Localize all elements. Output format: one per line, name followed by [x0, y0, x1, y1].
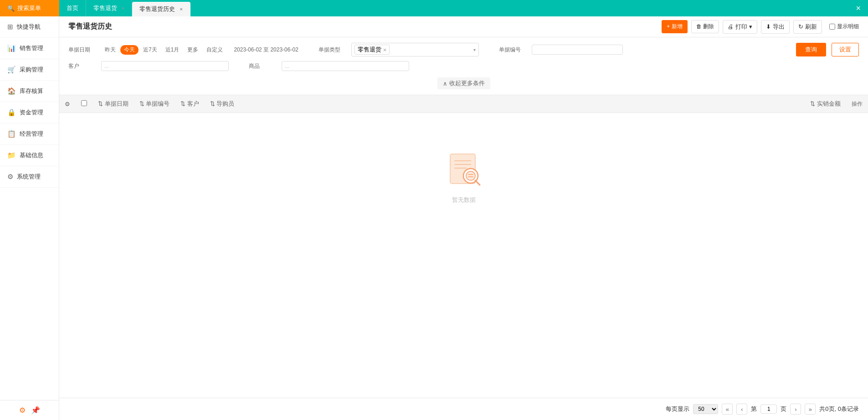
page-number-input[interactable]: [760, 405, 777, 414]
quick-nav-icon: ⊞: [7, 23, 13, 31]
prev-page-btn[interactable]: ‹: [736, 404, 747, 415]
date-shortcut-1month[interactable]: 近1月: [162, 45, 183, 55]
bill-type-tag: 零售退货 ×: [354, 45, 390, 55]
col-date-label: ⇅ 单据日期: [98, 100, 128, 107]
sidebar-footer: ⚙ 📌: [0, 400, 59, 420]
window-close-btn[interactable]: ×: [848, 4, 868, 13]
bill-no-input[interactable]: [532, 45, 623, 55]
date-shortcuts: 昨天 今天 近7天 近1月 更多 自定义: [101, 45, 226, 55]
refresh-button[interactable]: ↻ 刷新: [793, 20, 822, 34]
search-area[interactable]: 🔍 搜索菜单: [0, 0, 59, 16]
tab-retail-return-label: 零售退货: [93, 4, 117, 12]
per-page-select[interactable]: 10 20 50 100: [693, 404, 718, 414]
bill-type-select[interactable]: 零售退货 × ▾: [351, 43, 479, 56]
sidebar-item-sales-label: 销售管理: [20, 44, 43, 52]
empty-row: 暂无数据: [59, 113, 868, 241]
sidebar-settings-btn[interactable]: ⚙: [19, 406, 26, 415]
tab-retail-return-history[interactable]: 零售退货历史 ×: [132, 2, 190, 16]
sidebar-item-finance[interactable]: 🔒 资金管理: [0, 102, 59, 123]
sales-icon: 📊: [7, 44, 16, 52]
svg-line-6: [475, 180, 480, 185]
finance-icon: 🔒: [7, 108, 16, 117]
goods-label: 商品: [249, 62, 276, 70]
print-dropdown-icon: ▾: [749, 23, 752, 30]
sidebar-item-finance-label: 资金管理: [20, 108, 43, 117]
col-bill-no[interactable]: ⇅ 单据编号: [134, 95, 175, 113]
settings-button[interactable]: 设置: [832, 43, 859, 56]
data-table: ⚙ ⇅ 单据日期 ⇅ 单据编号 ⇅ 客户: [59, 95, 868, 241]
date-range-display: 2023-06-02 至 2023-06-02: [234, 46, 298, 54]
sidebar: ⊞ 快捷导航 📊 销售管理 🛒 采购管理 🏠 库存核算 🔒 资金管理 📋 经营管…: [0, 16, 59, 420]
new-button[interactable]: + 新增: [662, 20, 687, 33]
bill-type-label: 单据类型: [318, 46, 346, 54]
query-button[interactable]: 查询: [796, 43, 826, 56]
first-page-btn[interactable]: «: [722, 404, 733, 415]
col-amount[interactable]: ⇅ 实销金额: [805, 95, 846, 113]
bill-type-tag-remove[interactable]: ×: [383, 46, 387, 53]
customer-select[interactable]: ...: [101, 61, 229, 71]
goods-placeholder: ...: [285, 63, 289, 69]
sidebar-item-basic-info[interactable]: 📁 基础信息: [0, 145, 59, 166]
tab-retail-return-history-label: 零售退货历史: [139, 5, 175, 13]
show-detail-checkbox[interactable]: [829, 24, 835, 30]
page-suffix: 页: [781, 405, 786, 413]
print-button[interactable]: 🖨 打印 ▾: [723, 20, 757, 34]
first-page-icon: «: [726, 406, 729, 413]
col-customer[interactable]: ⇅ 客户: [175, 95, 205, 113]
date-shortcut-yesterday[interactable]: 昨天: [101, 45, 119, 55]
empty-illustration: [441, 149, 487, 190]
main-layout: ⊞ 快捷导航 📊 销售管理 🛒 采购管理 🏠 库存核算 🔒 资金管理 📋 经营管…: [0, 16, 868, 420]
filter-row-1: 单据日期 昨天 今天 近7天 近1月 更多 自定义 2023-06-02 至 2…: [68, 43, 859, 56]
search-icon: 🔍: [7, 5, 15, 12]
delete-button[interactable]: 🗑 删除: [691, 20, 719, 33]
tab-retail-return-close[interactable]: ×: [122, 5, 124, 11]
empty-cell: 暂无数据: [59, 113, 868, 241]
inventory-icon: 🏠: [7, 87, 16, 95]
search-label: 搜索菜单: [17, 4, 41, 12]
page-label: 第: [751, 405, 757, 413]
gear-icon[interactable]: ⚙: [65, 101, 70, 108]
date-shortcut-custom[interactable]: 自定义: [203, 45, 226, 55]
empty-text: 暂无数据: [452, 196, 476, 204]
goods-select[interactable]: ...: [282, 61, 409, 71]
tab-retail-return-history-close[interactable]: ×: [180, 6, 182, 12]
sidebar-item-operation[interactable]: 📋 经营管理: [0, 123, 59, 145]
date-shortcut-7days[interactable]: 近7天: [139, 45, 161, 55]
sidebar-item-sales[interactable]: 📊 销售管理: [0, 38, 59, 59]
tab-home-label: 首页: [67, 4, 78, 12]
col-gear[interactable]: ⚙: [59, 95, 76, 113]
sidebar-item-system[interactable]: ⚙ 系统管理: [0, 166, 59, 188]
col-guide[interactable]: ⇅ 导购员: [205, 95, 240, 113]
sidebar-item-purchase[interactable]: 🛒 采购管理: [0, 59, 59, 81]
show-detail-label[interactable]: 显示明细: [837, 23, 859, 31]
col-amount-label: ⇅ 实销金额: [810, 100, 841, 107]
table-wrap: ⚙ ⇅ 单据日期 ⇅ 单据编号 ⇅ 客户: [59, 95, 868, 398]
next-page-btn[interactable]: ›: [790, 404, 801, 415]
total-text: 共0页, 0条记录: [819, 405, 859, 413]
content-area: 零售退货历史 + 新增 🗑 删除 🖨 打印 ▾ ⬇ 导出 ↻ 刷新: [59, 16, 868, 420]
collapse-button[interactable]: ∧ 收起更多条件: [437, 77, 490, 89]
date-shortcut-today[interactable]: 今天: [120, 45, 139, 55]
tab-home[interactable]: 首页: [59, 0, 86, 16]
show-detail-area: 显示明细: [829, 23, 859, 31]
export-button[interactable]: ⬇ 导出: [761, 20, 790, 34]
date-shortcut-more[interactable]: 更多: [184, 45, 202, 55]
collapse-label: 收起更多条件: [449, 79, 485, 87]
print-label: 打印: [735, 23, 747, 31]
top-bar: 🔍 搜索菜单 首页 零售退货 × 零售退货历史 × ×: [0, 0, 868, 16]
print-icon: 🖨: [728, 23, 734, 30]
tab-retail-return[interactable]: 零售退货 ×: [86, 0, 132, 16]
sidebar-item-inventory[interactable]: 🏠 库存核算: [0, 81, 59, 102]
date-filter-label: 单据日期: [68, 46, 96, 54]
sidebar-pin-btn[interactable]: 📌: [31, 406, 40, 415]
sidebar-item-operation-label: 经营管理: [20, 130, 43, 138]
col-checkbox[interactable]: [76, 95, 92, 113]
filter-area: 单据日期 昨天 今天 近7天 近1月 更多 自定义 2023-06-02 至 2…: [59, 37, 868, 95]
sidebar-item-quick-nav[interactable]: ⊞ 快捷导航: [0, 16, 59, 38]
bill-type-dropdown-icon: ▾: [473, 47, 476, 52]
col-date[interactable]: ⇅ 单据日期: [92, 95, 134, 113]
select-all-checkbox[interactable]: [81, 100, 87, 106]
next-page-icon: ›: [795, 406, 796, 413]
last-page-btn[interactable]: »: [805, 404, 816, 415]
collapse-up-icon: ∧: [443, 80, 447, 87]
